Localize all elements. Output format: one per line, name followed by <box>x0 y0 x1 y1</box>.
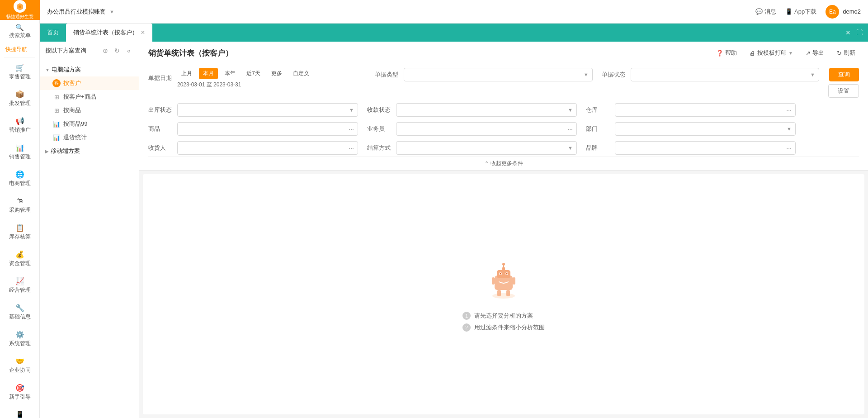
sidebar-item-operations[interactable]: 📈 经营管理 <box>0 272 39 299</box>
tree-child-by-goods99[interactable]: 📊 按商品99 <box>40 117 139 131</box>
refresh-button[interactable]: ↻ 刷新 <box>833 47 859 59</box>
tab-minimize-icon[interactable]: ✕ <box>845 29 851 36</box>
export-icon: ↗ <box>806 50 811 57</box>
newbie-icon: 🎯 <box>15 383 24 392</box>
sidebar-item-inventory[interactable]: 📋 库存核算 <box>0 218 39 245</box>
dept-input[interactable]: ▼ <box>615 122 796 136</box>
tree-child-by-customer-goods[interactable]: ⊞ 按客户+商品 <box>40 90 139 104</box>
sidebar-item-newbie[interactable]: 🎯 新手引导 <box>0 379 39 405</box>
order-type-input[interactable]: ▼ <box>404 68 592 81</box>
sidebar-item-purchase[interactable]: 🛍 采购管理 <box>0 192 39 218</box>
left-panel: 按以下方案查询 ⊕ ↻ « ▼ 电脑端方案 客 按客户 ⊞ 按客户 <box>40 42 139 418</box>
sidebar-item-sales[interactable]: 📊 销售管理 <box>0 138 39 165</box>
tab-sales-stat[interactable]: 销货单统计表（按客户） ✕ <box>66 24 152 42</box>
sidebar-item-basic[interactable]: 🔧 基础信息 <box>0 299 39 325</box>
order-status-label: 单据状态 <box>602 71 627 79</box>
sidebar-search[interactable]: 🔍 搜索菜单 <box>0 20 39 43</box>
empty-tip-2: 2 用过滤条件来缩小分析范围 <box>462 323 545 332</box>
left-panel-header: 按以下方案查询 ⊕ ↻ « <box>40 42 139 60</box>
tree-mobile-section[interactable]: ▶ 移动端方案 <box>40 144 139 158</box>
refresh-scheme-icon[interactable]: ↻ <box>113 46 122 55</box>
logo[interactable]: 畅捷通好生意 <box>0 0 40 20</box>
warehouse-input[interactable]: ··· <box>615 103 796 117</box>
svg-rect-3 <box>497 270 510 278</box>
filter-brand: 品牌 ··· <box>586 141 796 155</box>
refresh-icon: ↻ <box>837 50 842 57</box>
sidebar-item-apps[interactable]: 📱 应用中心 <box>0 405 39 418</box>
brand-ellipsis: ··· <box>786 144 792 152</box>
out-status-input[interactable]: ▼ <box>177 103 358 117</box>
main-area: 办公用品行业模拟账套 ▼ 💬 消息 📱 App下载 Ea demo2 首页 <box>40 0 868 418</box>
app-download-button[interactable]: 📱 App下载 <box>785 8 816 16</box>
date-current-year[interactable]: 本年 <box>221 68 240 79</box>
sidebar-item-corp[interactable]: 🤝 企业协同 <box>0 352 39 379</box>
corp-icon: 🤝 <box>15 356 24 366</box>
svg-rect-13 <box>497 290 501 296</box>
wholesale-icon: 📦 <box>15 90 24 99</box>
receipt-status-label: 收款状态 <box>367 106 392 114</box>
sidebar-navigation: 快捷导航 🛒 零售管理 📦 批发管理 📢 营销推广 📊 销售管理 🌐 电商管理 … <box>0 43 39 418</box>
scheme-icon-3: 📊 <box>52 120 61 128</box>
order-type-chevron: ▼ <box>584 72 589 77</box>
sidebar-item-retail[interactable]: 🛒 零售管理 <box>0 58 39 85</box>
page-title: 销货单统计表（按客户） <box>148 48 233 58</box>
finance-icon: 💰 <box>15 250 24 259</box>
salesperson-input[interactable]: ··· <box>396 122 577 136</box>
user-menu[interactable]: Ea demo2 <box>826 5 861 19</box>
inventory-icon: 📋 <box>15 223 24 232</box>
filter-goods: 商品 ··· <box>148 122 358 136</box>
filter-order-status: 单据状态 ▼ <box>602 68 819 81</box>
collapse-panel-icon[interactable]: « <box>124 46 133 55</box>
order-status-input[interactable]: ▼ <box>631 68 819 81</box>
add-scheme-icon[interactable]: ⊕ <box>101 46 110 55</box>
sidebar-item-finance[interactable]: 💰 资金管理 <box>0 245 39 272</box>
ecommerce-icon: 🌐 <box>15 170 24 179</box>
tab-close-icon[interactable]: ✕ <box>141 30 145 35</box>
page-header-top: 销货单统计表（按客户） ❓ 帮助 🖨 按模板打印 ▼ ↗ <box>148 47 859 59</box>
collapse-bar[interactable]: ⌃ 收起更多条件 <box>148 157 859 170</box>
date-last-7[interactable]: 近7天 <box>242 68 264 79</box>
receiver-input[interactable]: ··· <box>177 141 358 155</box>
date-more[interactable]: 更多 <box>267 68 286 79</box>
tree-arrow-icon: ▼ <box>45 67 50 72</box>
top-bar-left: 办公用品行业模拟账套 ▼ <box>47 8 114 16</box>
tree-child-by-customer[interactable]: 客 按客户 <box>40 76 139 90</box>
tab-expand-icon[interactable]: ⛶ <box>856 29 863 36</box>
tree-mobile-arrow-icon: ▶ <box>45 149 49 154</box>
svg-point-10 <box>502 263 505 266</box>
sidebar-item-system[interactable]: ⚙️ 系统管理 <box>0 325 39 352</box>
dept-label: 部门 <box>586 125 611 133</box>
date-last-month[interactable]: 上月 <box>177 68 196 79</box>
sidebar-shortcut[interactable]: 快捷导航 <box>0 43 39 56</box>
query-button[interactable]: 查询 <box>829 68 859 81</box>
filter-out-status: 出库状态 ▼ <box>148 103 358 117</box>
sidebar-item-wholesale[interactable]: 📦 批发管理 <box>0 85 39 112</box>
svg-point-7 <box>506 273 508 274</box>
export-button[interactable]: ↗ 导出 <box>802 47 828 59</box>
filter-date: 单据日期 上月 本月 本年 近7天 更多 自定义 20 <box>148 68 366 89</box>
receipt-status-input[interactable]: ▼ <box>396 103 577 117</box>
sidebar-item-marketing[interactable]: 📢 营销推广 <box>0 112 39 138</box>
message-button[interactable]: 💬 消息 <box>755 8 776 16</box>
date-current-month[interactable]: 本月 <box>199 68 218 79</box>
tree-desktop-section[interactable]: ▼ 电脑端方案 <box>40 63 139 76</box>
goods-input[interactable]: ··· <box>177 122 358 136</box>
settlement-input[interactable]: ▼ <box>396 141 577 155</box>
brand-input[interactable]: ··· <box>615 141 796 155</box>
account-dropdown[interactable]: ▼ <box>109 9 114 14</box>
content-area: 按以下方案查询 ⊕ ↻ « ▼ 电脑端方案 客 按客户 ⊞ 按客户 <box>40 42 868 418</box>
tree-child-return-stat[interactable]: 📊 退货统计 <box>40 131 139 144</box>
warehouse-label: 仓库 <box>586 106 611 114</box>
print-button[interactable]: 🖨 按模板打印 ▼ <box>746 47 797 59</box>
apps-icon: 📱 <box>15 410 24 418</box>
filter-warehouse: 仓库 ··· <box>586 103 796 117</box>
goods-ellipsis: ··· <box>349 125 354 133</box>
svg-point-0 <box>19 5 21 8</box>
tab-home[interactable]: 首页 <box>40 24 66 42</box>
tree-child-by-goods[interactable]: ⊞ 按商品 <box>40 104 139 117</box>
sidebar-item-ecommerce[interactable]: 🌐 电商管理 <box>0 165 39 192</box>
settings-button[interactable]: 设置 <box>828 84 859 98</box>
goods-label: 商品 <box>148 125 174 133</box>
help-button[interactable]: ❓ 帮助 <box>712 47 741 59</box>
date-custom[interactable]: 自定义 <box>289 68 313 79</box>
